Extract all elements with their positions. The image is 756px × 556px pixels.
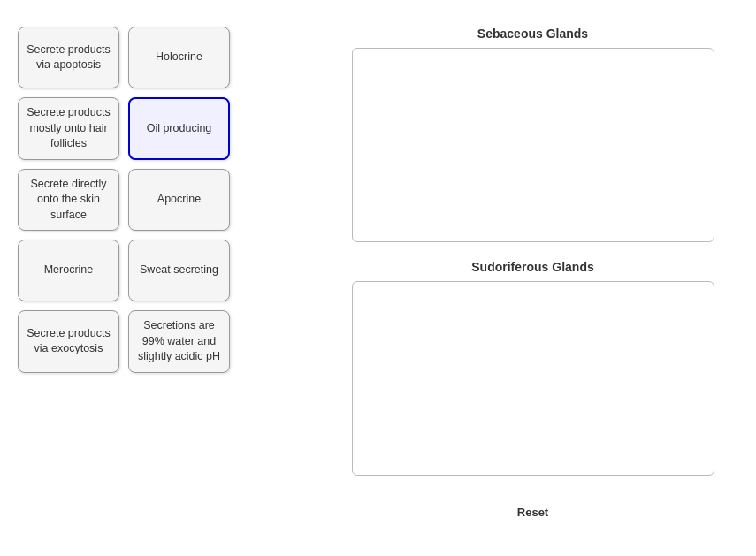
label-apocrine[interactable]: Apocrine [128, 169, 230, 232]
label-secrete-skin[interactable]: Secrete directly onto the skin surface [18, 169, 119, 232]
label-row-0: Secrete products via apoptosisHolocrine [18, 27, 292, 88]
label-row-3: MerocrineSweat secreting [18, 240, 292, 301]
drop-zones-section: Sebaceous GlandsSudoriferous GlandsReset [327, 27, 738, 522]
main-layout: Secrete products via apoptosisHolocrineS… [18, 27, 738, 522]
reset-row: Reset [327, 502, 738, 522]
labels-section: Secrete products via apoptosisHolocrineS… [18, 27, 292, 373]
label-oil-producing[interactable]: Oil producing [128, 97, 230, 160]
label-secretions-water[interactable]: Secretions are 99% water and slightly ac… [128, 310, 230, 373]
label-sweat[interactable]: Sweat secreting [128, 240, 230, 301]
label-holocrine[interactable]: Holocrine [128, 27, 230, 88]
label-row-1: Secrete products mostly onto hair follic… [18, 97, 292, 160]
label-row-4: Secrete products via exocytosisSecretion… [18, 310, 292, 373]
zone-sudoriferous-container: Sudoriferous Glands [327, 260, 738, 476]
zone-sebaceous-container: Sebaceous Glands [327, 27, 738, 242]
label-secrete-exocytosis[interactable]: Secrete products via exocytosis [18, 310, 119, 373]
zone-sudoriferous-dropzone[interactable] [352, 281, 714, 476]
zone-sebaceous-title: Sebaceous Glands [477, 27, 588, 41]
reset-button[interactable]: Reset [510, 502, 555, 522]
label-merocrine[interactable]: Merocrine [18, 240, 119, 301]
label-row-2: Secrete directly onto the skin surfaceAp… [18, 169, 292, 232]
label-secrete-hair[interactable]: Secrete products mostly onto hair follic… [18, 97, 119, 160]
zone-sudoriferous-title: Sudoriferous Glands [471, 260, 593, 274]
zone-sebaceous-dropzone[interactable] [352, 48, 714, 242]
label-secrete-apoptosis[interactable]: Secrete products via apoptosis [18, 27, 119, 88]
